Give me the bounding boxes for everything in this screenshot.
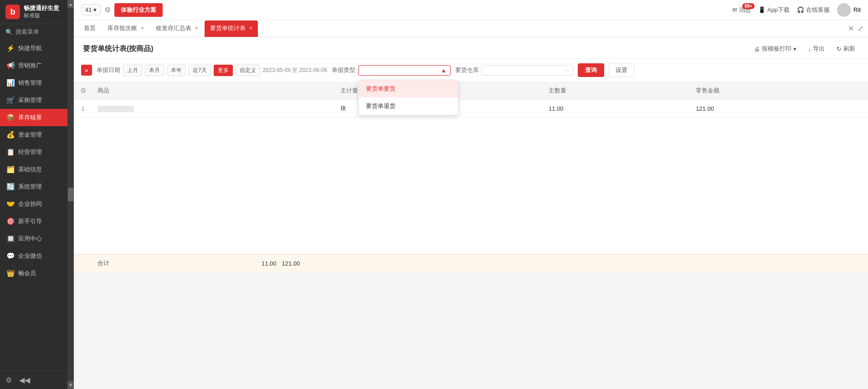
footer-qty: 11.00 — [134, 260, 277, 267]
sidebar-settings-btn[interactable]: ⚙ — [5, 376, 12, 384]
sidebar-item-label: 应用中心 — [18, 235, 42, 243]
table-row: 1 块 11.00 121.00 — [74, 100, 868, 118]
sidebar-item-enterprise[interactable]: 🤝 企业协同 — [0, 195, 67, 213]
sidebar-item-label: 营销推广 — [18, 61, 42, 70]
scroll-thumb[interactable] — [68, 188, 73, 201]
date-btn-current[interactable]: 本月 — [145, 65, 164, 76]
print-template-btn[interactable]: 🖨 按模板打印 ▾ — [750, 43, 800, 55]
footer-label: 合计 — [79, 259, 134, 267]
sidebar-item-shortcuts[interactable]: ⚡ 快捷导航 — [0, 40, 67, 57]
tab-batch-account[interactable]: 库存批次账 × — [102, 20, 149, 37]
wechat-icon: 💬 — [6, 252, 15, 260]
sidebar-logo: b 畅捷通好生意 标准版 — [0, 0, 67, 24]
sidebar-item-label: 企业微信 — [18, 252, 42, 260]
tabs-bar: 首页 库存批次账 × 收发存汇总表 × 要货单统计表 × ✕ ⤢ — [74, 20, 868, 37]
table-footer: 合计 11.00 121.00 — [74, 254, 868, 272]
sidebar-item-label: 畅会员 — [18, 269, 36, 277]
shortcuts-icon: ⚡ — [6, 44, 15, 52]
enterprise-icon: 🤝 — [6, 200, 15, 208]
sidebar-footer: ⚙ ◀◀ — [0, 371, 67, 389]
sidebar-search[interactable]: 🔍 搜索菜单 — [0, 24, 67, 40]
app-download-label: App下载 — [767, 6, 790, 14]
sidebar-item-basic[interactable]: 🗂️ 基础信息 — [0, 161, 67, 178]
scroll-up-arrow[interactable]: ▲ — [67, 0, 74, 8]
guide-icon: 🎯 — [6, 217, 15, 225]
tab-close-icon[interactable]: × — [141, 25, 144, 31]
basic-icon: 🗂️ — [6, 165, 15, 174]
store-number: 41 — [85, 6, 92, 13]
sidebar-item-system[interactable]: 🔄 系统管理 — [0, 178, 67, 195]
col-qty: 主数量 — [543, 82, 690, 100]
messages-badge: 99+ — [742, 3, 755, 9]
topbar: 41 ▾ ⚙ 体验行业方案 ✉ 消息 99+ 📱 App下载 🎧 在线客服 R — [74, 0, 868, 20]
messages-btn[interactable]: ✉ 消息 99+ — [732, 6, 751, 14]
tab-close-icon[interactable]: × — [195, 25, 198, 31]
store-selector[interactable]: 41 ▾ — [81, 4, 101, 15]
sidebar-item-operations[interactable]: 📋 经营管理 — [0, 143, 67, 161]
sidebar-item-sales[interactable]: 📊 销售管理 — [0, 74, 67, 92]
col-settings[interactable]: ⚙ — [74, 82, 92, 100]
sidebar-menu: ⚡ 快捷导航 📢 营销推广 📊 销售管理 🛒 采购管理 📦 库存核算 💰 资金管… — [0, 40, 67, 371]
topbar-right: ✉ 消息 99+ 📱 App下载 🎧 在线客服 Rit — [732, 3, 861, 17]
sidebar-collapse-btn[interactable]: ◀◀ — [19, 376, 30, 384]
sidebar-item-finance[interactable]: 💰 资金管理 — [0, 126, 67, 143]
app-center-icon: 🔲 — [6, 235, 15, 243]
message-icon: ✉ — [732, 6, 737, 13]
warehouse-input[interactable] — [486, 67, 562, 74]
chevron-up-icon[interactable]: ▲ — [441, 67, 447, 74]
tab-order-stats[interactable]: 要货单统计表 × — [205, 20, 258, 37]
filter-expand-btn[interactable]: » — [81, 65, 92, 76]
dropdown-item-order-goods[interactable]: 要货单要货 — [359, 80, 458, 97]
tab-home[interactable]: 首页 — [78, 20, 101, 37]
type-select-wrapper[interactable]: ▲ — [358, 65, 451, 76]
date-btn-year[interactable]: 本年 — [167, 65, 186, 76]
scroll-down-arrow[interactable]: ▼ — [67, 381, 74, 389]
query-btn[interactable]: 查询 — [578, 63, 604, 77]
main-area: 41 ▾ ⚙ 体验行业方案 ✉ 消息 99+ 📱 App下载 🎧 在线客服 R — [74, 0, 868, 389]
date-btn-more[interactable]: 更多 — [214, 65, 233, 76]
tab-close-icon[interactable]: × — [249, 25, 252, 31]
user-name: Rit — [853, 6, 861, 13]
tab-recv-summary[interactable]: 收发存汇总表 × — [150, 20, 204, 37]
settings-col-icon[interactable]: ⚙ — [80, 87, 86, 94]
members-icon: 👑 — [6, 269, 15, 277]
date-btn-custom[interactable]: 自定义 — [236, 65, 260, 76]
tab-order-stats-label: 要货单统计表 — [210, 24, 246, 32]
sidebar-item-label: 企业协同 — [18, 200, 42, 208]
sidebar-item-inventory[interactable]: 📦 库存核算 — [0, 109, 67, 126]
print-template-label: 按模板打印 — [762, 45, 791, 53]
online-service-icon: 🎧 — [797, 6, 804, 13]
type-select-input[interactable] — [362, 67, 439, 74]
tab-close-all-icon[interactable]: ✕ — [848, 24, 854, 33]
refresh-btn[interactable]: ↻ 刷新 — [833, 43, 859, 55]
sidebar-item-guide[interactable]: 🎯 新手引导 — [0, 213, 67, 230]
product-placeholder — [98, 106, 134, 112]
sales-icon: 📊 — [6, 79, 15, 87]
online-service-btn[interactable]: 🎧 在线客服 — [797, 6, 830, 14]
sidebar-item-marketing[interactable]: 📢 营销推广 — [0, 57, 67, 74]
inventory-icon: 📦 — [6, 113, 15, 122]
warehouse-more-icon[interactable]: ··· — [564, 67, 569, 74]
tabs-right: ✕ ⤢ — [848, 24, 863, 33]
sidebar-item-wechat[interactable]: 💬 企业微信 — [0, 247, 67, 265]
export-btn[interactable]: ↓ 导出 — [805, 43, 829, 55]
trial-btn[interactable]: 体验行业方案 — [114, 3, 163, 17]
app-download-icon: 📱 — [758, 6, 765, 13]
app-logo-text: 畅捷通好生意 标准版 — [24, 5, 59, 19]
settings-btn[interactable]: 设置 — [609, 63, 634, 77]
type-filter-label: 单据类型 — [332, 66, 355, 74]
sidebar-item-app-center[interactable]: 🔲 应用中心 — [0, 230, 67, 247]
sidebar-item-members[interactable]: 👑 畅会员 — [0, 265, 67, 282]
sidebar-item-label: 资金管理 — [18, 131, 42, 139]
tab-expand-icon[interactable]: ⤢ — [858, 24, 863, 33]
sidebar-item-purchase[interactable]: 🛒 采购管理 — [0, 92, 67, 109]
date-btn-week[interactable]: 近7天 — [189, 65, 211, 76]
warehouse-select-wrapper[interactable]: ··· — [482, 65, 573, 76]
topbar-left: 41 ▾ ⚙ 体验行业方案 — [81, 3, 727, 17]
dropdown-item-order-return[interactable]: 要货单退货 — [359, 97, 458, 115]
date-btn-up[interactable]: 上月 — [123, 65, 142, 76]
topbar-gear-icon[interactable]: ⚙ — [104, 5, 111, 14]
app-download-btn[interactable]: 📱 App下载 — [758, 6, 790, 14]
user-area[interactable]: Rit — [837, 3, 861, 17]
date-filter-label: 单据日期 — [97, 66, 120, 74]
